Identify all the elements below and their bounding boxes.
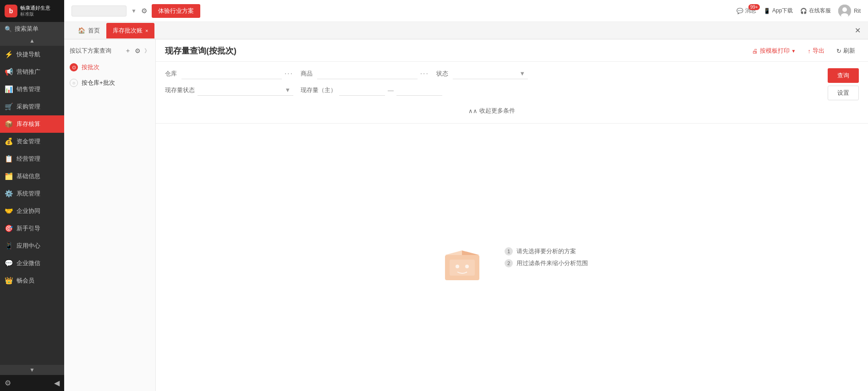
sidebar-item-label: 经营管理	[16, 155, 40, 163]
stock-qty-max-input[interactable]	[396, 85, 442, 96]
svg-marker-5	[462, 250, 479, 255]
filter-group-status: 状态 ▼	[436, 68, 528, 79]
topbar-gear-icon[interactable]: ⚙	[141, 7, 147, 15]
quick-nav-icon: ⚡	[5, 50, 13, 59]
query-button[interactable]: 查询	[828, 68, 859, 83]
left-panel-add-icon[interactable]: ＋	[125, 47, 131, 55]
left-panel-settings-icon[interactable]: ⚙	[135, 47, 141, 54]
refresh-label: 刷新	[843, 47, 855, 55]
left-panel-collapse-icon[interactable]: 》	[144, 47, 150, 55]
sidebar-item-label: 新手引导	[16, 224, 40, 233]
purchase-icon: 🛒	[5, 103, 13, 111]
sidebar-item-basic[interactable]: 🗂️ 基础信息	[0, 168, 64, 185]
filter-row-2: 现存量状态 ▼ 现存量（主） —	[165, 85, 819, 96]
sidebar-item-enterprise-wechat[interactable]: 💬 企业微信	[0, 255, 64, 272]
sidebar-item-member[interactable]: 👑 畅会员	[0, 272, 64, 289]
stock-status-dropdown-arrow-icon: ▼	[285, 87, 291, 93]
topbar: ▼ ⚙ 体验行业方案 💬 消息 99+ 📱 App下载 🎧 在线客服 Ri	[64, 0, 868, 22]
system-icon: ⚙️	[5, 190, 13, 198]
sidebar-scroll-down[interactable]: ▼	[0, 365, 64, 375]
print-icon: 🖨	[752, 48, 758, 54]
inventory-icon: 📦	[5, 120, 13, 128]
status-filter-dropdown[interactable]: ▼	[453, 68, 528, 79]
svg-point-8	[465, 265, 469, 268]
app-center-icon: 📱	[5, 242, 13, 250]
sidebar-scroll-up[interactable]: ▲	[0, 36, 64, 46]
sidebar-item-marketing[interactable]: 📢 营销推广	[0, 63, 64, 81]
sidebar-item-finance[interactable]: 💰 资金管理	[0, 133, 64, 150]
export-icon: ↑	[808, 48, 811, 54]
topbar-chevron-icon[interactable]: ▼	[131, 8, 137, 14]
filter-group-product: 商品 ···	[301, 68, 429, 79]
messages-button[interactable]: 💬 消息 99+	[736, 7, 756, 15]
product-filter-input[interactable]	[317, 68, 418, 79]
left-panel-item-batch[interactable]: ⊙ 按批次	[64, 60, 155, 75]
sidebar-item-label: 畅会员	[16, 277, 34, 285]
query-buttons: 查询 设置	[828, 68, 859, 100]
sidebar-item-sales[interactable]: 📊 销售管理	[0, 81, 64, 98]
print-button[interactable]: 🖨 按模板打印 ▼	[748, 45, 800, 57]
app-download-button[interactable]: 📱 App下载	[764, 7, 793, 15]
export-label: 导出	[813, 47, 824, 55]
enterprise-icon: 🤝	[5, 207, 13, 215]
filter-row-1: 仓库 ··· 商品 ··· 状态	[165, 68, 819, 79]
home-icon: 🏠	[78, 27, 85, 34]
finance-icon: 💰	[5, 137, 13, 146]
stock-qty-label: 现存量（主）	[301, 86, 336, 94]
filter-settings-button[interactable]: 设置	[828, 86, 859, 100]
sidebar-item-app-center[interactable]: 📱 应用中心	[0, 237, 64, 255]
left-panel-item-warehouse-batch[interactable]: ○ 按仓库+批次	[64, 75, 155, 91]
topbar-search-input[interactable]	[71, 5, 126, 16]
online-service-button[interactable]: 🎧 在线客服	[800, 7, 831, 15]
tip-num-2: 2	[505, 259, 513, 267]
sidebar-item-system[interactable]: ⚙️ 系统管理	[0, 185, 64, 202]
sidebar-version: 标准版	[20, 11, 50, 17]
content-area: 按以下方案查询 ＋ ⚙ 》 ⊙ 按批次 ○ 按仓库+批次 现存量查询(按批次)	[64, 39, 868, 391]
basic-icon: 🗂️	[5, 172, 13, 180]
sales-icon: 📊	[5, 85, 13, 93]
warehouse-batch-label: 按仓库+批次	[82, 79, 115, 87]
left-panel: 按以下方案查询 ＋ ⚙ 》 ⊙ 按批次 ○ 按仓库+批次	[64, 39, 156, 391]
username-label: Rit	[854, 8, 861, 14]
product-filter-more-icon[interactable]: ···	[420, 70, 429, 78]
sidebar-search[interactable]: 🔍 搜索菜单	[0, 22, 64, 36]
print-label: 按模板打印	[760, 47, 790, 55]
sidebar-item-inventory[interactable]: 📦 库存核算	[0, 115, 64, 133]
warehouse-filter-input[interactable]	[181, 68, 282, 79]
stock-qty-min-input[interactable]	[339, 85, 385, 96]
sidebar-item-enterprise[interactable]: 🤝 企业协同	[0, 202, 64, 220]
main-area: ▼ ⚙ 体验行业方案 💬 消息 99+ 📱 App下载 🎧 在线客服 Ri	[64, 0, 868, 391]
stock-qty-range-sep: —	[388, 87, 394, 94]
svg-point-7	[456, 265, 459, 268]
sidebar-item-label: 采购管理	[16, 103, 40, 111]
tab-close-icon[interactable]: ×	[145, 28, 148, 33]
refresh-icon: ↻	[836, 48, 841, 54]
empty-tip-2: 2 用过滤条件来缩小分析范围	[505, 259, 588, 267]
print-dropdown-icon[interactable]: ▼	[791, 49, 796, 54]
stock-qty-range: —	[339, 85, 442, 96]
empty-illustration	[436, 230, 491, 285]
sidebar-item-newbie[interactable]: 🎯 新手引导	[0, 220, 64, 237]
collapse-label: 收起更多条件	[479, 107, 515, 115]
refresh-button[interactable]: ↻ 刷新	[833, 45, 859, 57]
sidebar-search-label: 搜索菜单	[15, 25, 38, 33]
stock-status-dropdown[interactable]: ▼	[198, 85, 293, 96]
filter-fields: 仓库 ··· 商品 ··· 状态	[165, 68, 819, 117]
tab-panel-close-icon[interactable]: ✕	[855, 26, 861, 35]
tab-home[interactable]: 🏠 首页	[71, 23, 106, 38]
sidebar-footer-collapse-icon[interactable]: ◀	[54, 379, 60, 387]
export-button[interactable]: ↑ 导出	[804, 45, 829, 57]
filter-group-warehouse: 仓库 ···	[165, 68, 293, 79]
tabbar: 🏠 首页 库存批次账 × ✕	[64, 22, 868, 39]
sidebar-logo: b	[5, 5, 17, 17]
sidebar-item-purchase[interactable]: 🛒 采购管理	[0, 98, 64, 115]
sidebar-item-operations[interactable]: 📋 经营管理	[0, 150, 64, 168]
left-panel-header-actions: ＋ ⚙ 》	[125, 47, 150, 55]
filter-collapse-button[interactable]: ∧∧ 收起更多条件	[463, 105, 521, 117]
tab-inventory-batch[interactable]: 库存批次账 ×	[106, 23, 154, 38]
trial-button[interactable]: 体验行业方案	[152, 4, 200, 18]
sidebar-item-quick-nav[interactable]: ⚡ 快捷导航	[0, 46, 64, 63]
user-profile-button[interactable]: Rit	[838, 5, 861, 17]
sidebar-footer-settings-icon[interactable]: ⚙	[5, 379, 11, 387]
warehouse-filter-more-icon[interactable]: ···	[285, 70, 293, 78]
